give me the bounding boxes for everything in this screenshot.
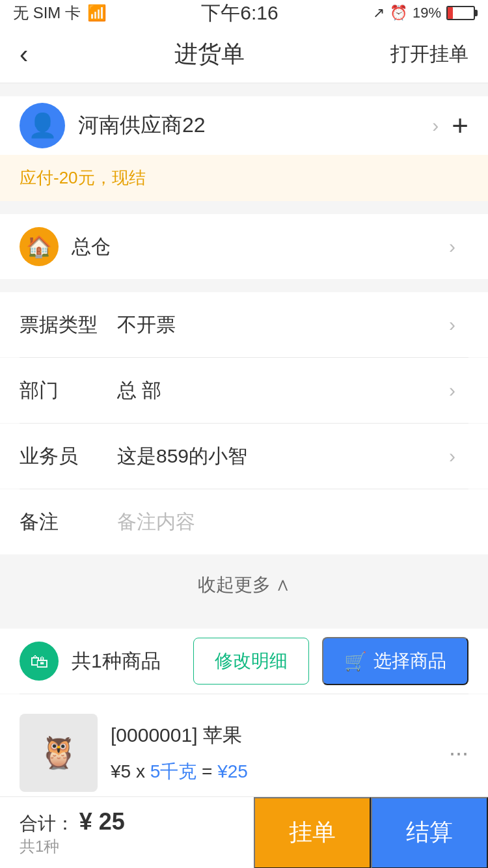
ticket-type-label: 票据类型	[20, 312, 117, 338]
product-info: [0000001] 苹果 ¥5 x 5千克 = ¥25	[111, 722, 436, 784]
back-button[interactable]: ‹	[20, 40, 28, 69]
products-count: 共1种商品	[72, 648, 193, 675]
product-title: 苹果	[203, 724, 242, 746]
warehouse-icon: 🏠	[20, 227, 59, 266]
supplier-avatar: 👤	[20, 103, 65, 148]
warehouse-chevron-icon: ›	[449, 236, 455, 258]
department-row[interactable]: 部门 总 部 ›	[0, 358, 488, 423]
battery-text: 19%	[413, 5, 441, 21]
collapse-bar[interactable]: 收起更多 ∧	[0, 554, 488, 616]
salesperson-row[interactable]: 业务员 这是859的小智 ›	[0, 424, 488, 489]
product-price-row: ¥5 x 5千克 = ¥25	[111, 759, 436, 784]
select-product-button[interactable]: 🛒 选择商品	[322, 637, 468, 685]
ticket-type-chevron-icon: ›	[449, 314, 455, 336]
department-value: 总 部	[117, 377, 449, 404]
checkout-button[interactable]: 结算	[371, 797, 488, 869]
notice-bar: 应付-20元，现结	[0, 155, 488, 201]
products-header: 🛍 共1种商品 修改明细 🛒 选择商品	[0, 629, 488, 694]
department-label: 部门	[20, 377, 117, 404]
product-thumb-owl: 🦉	[39, 735, 78, 771]
status-bar-right: ↗ ⏰ 19%	[373, 5, 475, 21]
ticket-type-value: 不开票	[117, 312, 449, 338]
add-supplier-button[interactable]: +	[452, 109, 468, 142]
time-display: 下午6:16	[201, 0, 278, 27]
total-row: 合计： ¥ 25	[20, 808, 234, 836]
gap-4	[0, 616, 488, 629]
quantity: 5千克	[150, 761, 197, 781]
pending-button[interactable]: 挂单	[254, 797, 371, 869]
remark-row[interactable]: 备注 备注内容	[0, 489, 488, 554]
modify-detail-button[interactable]: 修改明细	[193, 638, 309, 685]
alarm-icon: ⏰	[390, 5, 407, 21]
avatar-icon: 👤	[28, 112, 57, 139]
product-item: 🦉 [0000001] 苹果 ¥5 x 5千克 = ¥25 ···	[0, 694, 488, 811]
open-pending-button[interactable]: 打开挂单	[390, 41, 468, 68]
equals-sign: =	[197, 761, 217, 781]
product-code: [0000001]	[111, 724, 203, 746]
product-name: [0000001] 苹果	[111, 722, 436, 749]
total-sub: 共1种	[20, 836, 234, 857]
total-price: ¥25	[217, 761, 248, 781]
cart-icon: 🛒	[344, 651, 367, 672]
products-icon: 🛍	[20, 642, 59, 681]
status-bar-left: 无 SIM 卡 📶	[13, 3, 107, 23]
page-title: 进货单	[174, 38, 245, 70]
unit-price: ¥5 x	[111, 761, 150, 781]
warehouse-section[interactable]: 🏠 总仓 ›	[0, 214, 488, 279]
salesperson-label: 业务员	[20, 443, 117, 470]
product-more-button[interactable]: ···	[449, 739, 468, 766]
gap-3	[0, 279, 488, 292]
total-amount: ¥ 25	[79, 808, 125, 835]
product-thumbnail: 🦉	[20, 714, 98, 792]
salesperson-value: 这是859的小智	[117, 443, 449, 470]
carrier-text: 无 SIM 卡	[13, 3, 81, 23]
remark-input[interactable]: 备注内容	[117, 509, 468, 536]
status-bar: 无 SIM 卡 📶 下午6:16 ↗ ⏰ 19%	[0, 0, 488, 26]
supplier-name: 河南供应商22	[78, 111, 432, 140]
bag-icon: 🛍	[30, 651, 48, 672]
salesperson-chevron-icon: ›	[449, 445, 455, 467]
warehouse-name: 总仓	[72, 234, 449, 260]
supplier-chevron-icon: ›	[432, 115, 439, 137]
gap-1	[0, 83, 488, 96]
gap-2	[0, 201, 488, 214]
bottom-bar: 合计： ¥ 25 共1种 挂单 结算	[0, 796, 488, 868]
nav-bar: ‹ 进货单 打开挂单	[0, 26, 488, 83]
total-area: 合计： ¥ 25 共1种	[0, 808, 254, 857]
total-label: 合计：	[20, 813, 74, 834]
ticket-type-row[interactable]: 票据类型 不开票 ›	[0, 292, 488, 357]
battery-indicator	[446, 6, 475, 20]
location-icon: ↗	[373, 5, 385, 21]
supplier-section[interactable]: 👤 河南供应商22 › +	[0, 96, 488, 155]
wifi-icon: 📶	[87, 4, 107, 22]
remark-label: 备注	[20, 509, 117, 536]
department-chevron-icon: ›	[449, 379, 455, 401]
